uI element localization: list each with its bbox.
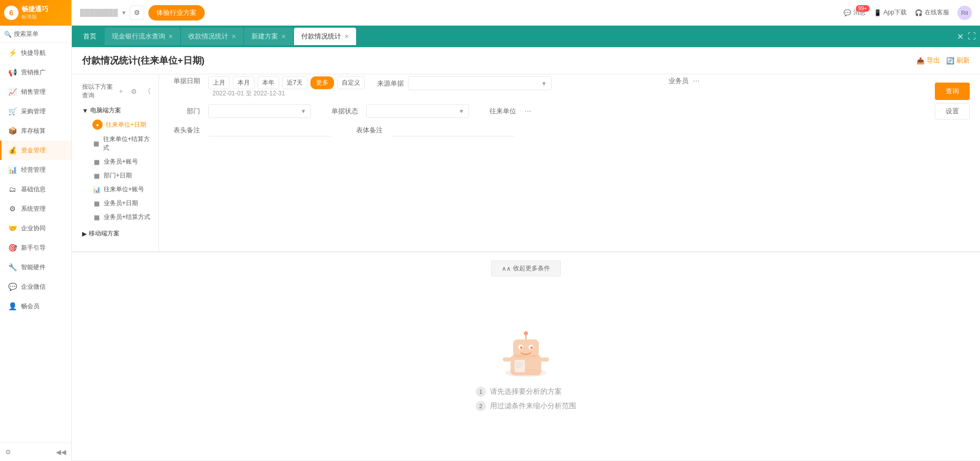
source-control: 来源单据 ▾ (373, 76, 650, 90)
search-label: 搜索菜单 (14, 30, 38, 38)
tabbar: 首页 现金银行流水查询 ✕ 收款情况统计 ✕ 新建方案 ✕ 付款情况统计 ✕ ✕… (72, 26, 980, 47)
staff-dots-btn[interactable]: ··· (693, 76, 699, 86)
source-select[interactable]: ▾ (408, 76, 552, 90)
tab-new-scheme-close-icon[interactable]: ✕ (281, 33, 286, 40)
sidebar-search[interactable]: 🔍 搜索菜单 (0, 26, 71, 43)
date-btn-this-year[interactable]: 本年 (258, 76, 279, 89)
tab-bank[interactable]: 现金银行流水查询 ✕ (105, 28, 180, 45)
search-icon: 🔍 (4, 31, 12, 38)
status-select[interactable]: ▾ (366, 104, 469, 118)
sidebar-item-operation[interactable]: 📊 经营管理 (0, 160, 71, 179)
tab-home[interactable]: 首页 (76, 28, 104, 45)
collapse-button[interactable]: ∧∧ 收起更多条件 (491, 260, 561, 276)
sidebar-item-member[interactable]: 👤 畅会员 (0, 296, 71, 316)
svg-rect-11 (515, 360, 525, 372)
query-button[interactable]: 查询 (935, 83, 970, 100)
app-download-btn[interactable]: 📱 App下载 (874, 8, 907, 17)
export-button[interactable]: 📤 导出 (916, 56, 940, 65)
avatar[interactable]: Rit (957, 6, 972, 20)
sidebar-item-label: 快捷导航 (21, 49, 46, 57)
scheme-group-mobile-header[interactable]: ▶ 移动端方案 (82, 227, 152, 240)
date-buttons: 上月 本月 本年 近7天 更多 自定义 (208, 76, 365, 89)
scheme-group-desktop-header[interactable]: ▼ 电脑端方案 (82, 104, 152, 117)
sidebar-item-enterprise[interactable]: 🤝 企业协同 (0, 218, 71, 238)
scheme-icon: ▦ (92, 213, 101, 222)
scheme-item-dept-date[interactable]: ▦ 部门+日期 (82, 169, 152, 183)
sidebar-item-wechat[interactable]: 💬 企业微信 (0, 277, 71, 296)
body-note-input[interactable] (391, 124, 514, 136)
sidebar-item-label: 销售管理 (21, 88, 46, 96)
sales-icon: 📈 (8, 87, 17, 96)
scheme-item-staff-account[interactable]: ▦ 业务员+账号 (82, 155, 152, 169)
filter-main-wrapper: 单据日期 上月 本月 本年 近7天 更多 自定义 2022-01-01 至 20… (159, 74, 980, 251)
empty-illustration (495, 329, 557, 380)
tab-payment-close-icon[interactable]: ✕ (344, 33, 349, 40)
date-btn-custom[interactable]: 自定义 (337, 76, 365, 89)
topbar-left: ████████ ▾ ⚙ 体验行业方案 (80, 5, 839, 21)
tab-maximize-icon[interactable]: ⛶ (968, 32, 976, 42)
add-scheme-icon[interactable]: ＋ (115, 86, 126, 96)
tab-payment[interactable]: 付款情况统计 ✕ (294, 28, 356, 45)
account-dropdown-icon[interactable]: ▾ (122, 9, 126, 16)
system-icon: ⚙ (8, 204, 17, 213)
tab-bank-close-icon[interactable]: ✕ (168, 33, 173, 40)
date-btn-last-month[interactable]: 上月 (208, 76, 230, 89)
tab-collect[interactable]: 收款情况统计 ✕ (181, 28, 243, 45)
date-btn-last-7-days[interactable]: 近7天 (282, 76, 307, 89)
date-btn-more[interactable]: 更多 (310, 76, 334, 89)
scheme-item-staff-date[interactable]: ▦ 业务员+日期 (82, 196, 152, 210)
scheme-item-label: 业务员+结算方式 (104, 213, 150, 222)
quick-nav-icon: ⚡ (8, 48, 17, 57)
mobile-scheme-group: ▶ 移动端方案 (82, 227, 152, 240)
avatar-text: Rit (961, 10, 968, 16)
footer-collapse-icon[interactable]: ◀◀ (56, 448, 66, 456)
date-control: 上月 本月 本年 近7天 更多 自定义 2022-01-01 至 2022-12… (208, 76, 365, 98)
partner-dots-btn[interactable]: ··· (524, 107, 531, 116)
sidebar-item-purchase[interactable]: 🛒 采购管理 (0, 102, 71, 121)
svg-point-10 (524, 331, 528, 335)
sidebar-item-inventory[interactable]: 📦 库存核算 (0, 121, 71, 141)
message-btn[interactable]: 💬 消息 99+ (844, 8, 866, 17)
refresh-label: 刷新 (956, 56, 970, 65)
empty-step-1: 1 请先选择要分析的方案 (476, 387, 576, 397)
service-btn[interactable]: 🎧 在线客服 (915, 8, 949, 17)
sidebar-item-guide[interactable]: 🎯 新手引导 (0, 238, 71, 257)
date-range: 2022-01-01 至 2022-12-31 (212, 89, 365, 98)
refresh-button[interactable]: 🔄 刷新 (946, 56, 970, 65)
sidebar-item-hardware[interactable]: 🔧 智能硬件 (0, 257, 71, 277)
chevron-down-icon: ▼ (82, 107, 88, 114)
page-header: 付款情况统计(往来单位+日期) 📤 导出 🔄 刷新 (72, 47, 980, 74)
sidebar-item-sales[interactable]: 📈 销售管理 (0, 82, 71, 102)
sidebar-item-basic-info[interactable]: 🗂 基础信息 (0, 179, 71, 199)
topbar-settings-btn[interactable]: ⚙ (130, 6, 144, 20)
tab-new-scheme[interactable]: 新建方案 ✕ (244, 28, 293, 45)
filter-settings-button[interactable]: 设置 (935, 103, 970, 119)
tab-payment-label: 付款情况统计 (301, 32, 341, 41)
footer-settings-icon[interactable]: ⚙ (5, 448, 11, 456)
trial-button[interactable]: 体验行业方案 (148, 5, 205, 21)
header-note-input[interactable] (208, 124, 331, 136)
sidebar-item-system[interactable]: ⚙ 系统管理 (0, 199, 71, 218)
sidebar-item-capital[interactable]: 💰 资金管理 (0, 141, 71, 160)
scheme-item-unit-settle[interactable]: ▦ 往来单位+结算方式 (82, 132, 152, 155)
collapse-sidebar-icon[interactable]: 《 (142, 86, 152, 96)
logo-text-block: 畅捷通巧 标准版 (22, 5, 48, 21)
sidebar-item-marketing[interactable]: 📢 营销推广 (0, 63, 71, 82)
scheme-item-unit-date[interactable]: ● 往来单位+日期 (82, 117, 152, 132)
scheme-item-unit-account[interactable]: 📊 往来单位+账号 (82, 183, 152, 196)
service-label: 在线客服 (925, 8, 949, 17)
dept-select[interactable]: ▾ (208, 104, 311, 118)
sidebar-item-label: 库存核算 (21, 127, 46, 135)
export-label: 导出 (927, 56, 940, 65)
scheme-item-staff-settle[interactable]: ▦ 业务员+结算方式 (82, 210, 152, 224)
capital-icon: 💰 (8, 146, 17, 155)
sidebar-item-label: 新手引导 (21, 244, 46, 252)
tab-home-label: 首页 (83, 32, 96, 41)
settings-scheme-icon[interactable]: ⚙ (129, 86, 139, 96)
scheme-icon: ▦ (92, 139, 100, 148)
sidebar-item-quick-nav[interactable]: ⚡ 快捷导航 (0, 43, 71, 63)
date-btn-this-month[interactable]: 本月 (233, 76, 254, 89)
logo-icon: 6 (4, 6, 18, 20)
tab-close-all-icon[interactable]: ✕ (957, 32, 964, 42)
tab-collect-close-icon[interactable]: ✕ (231, 33, 236, 40)
